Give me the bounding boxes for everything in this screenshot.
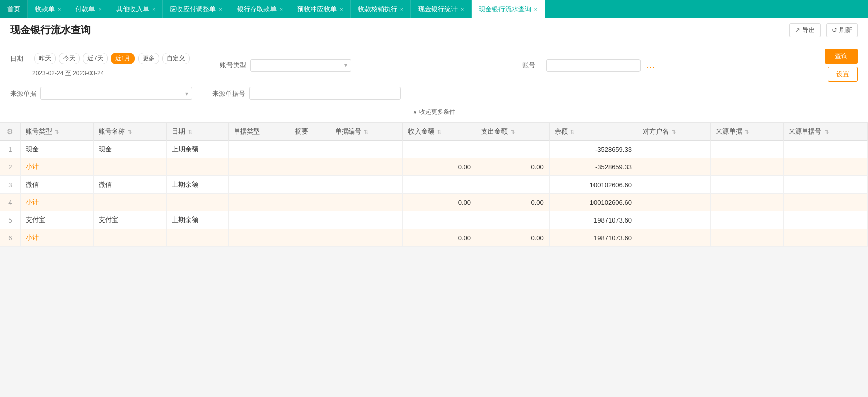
- nav-item-label: 付款单: [75, 5, 95, 14]
- cell-doc-type: [229, 141, 290, 158]
- cell-expense: 0.00: [476, 194, 550, 211]
- nav-home[interactable]: 首页: [0, 0, 28, 18]
- nav-yushouchong[interactable]: 预收冲应收单 ×: [290, 0, 350, 18]
- cell-expense: [476, 141, 550, 158]
- date-btn-more[interactable]: 更多: [138, 53, 159, 64]
- account-type-select[interactable]: [250, 59, 351, 72]
- col-expense[interactable]: 支出金额 ⇅: [476, 123, 550, 141]
- data-table: ⚙ 账号类型 ⇅ 账号名称 ⇅ 日期 ⇅ 单据类型 摘要 单据编号: [0, 123, 868, 247]
- cell-counterparty: [637, 229, 710, 247]
- nav-close-icon[interactable]: ×: [340, 6, 343, 12]
- dots-button[interactable]: ...: [645, 62, 657, 69]
- settings-button[interactable]: 设置: [828, 67, 858, 82]
- cell-no: 1: [0, 141, 20, 158]
- date-btn-yesterday[interactable]: 昨天: [34, 53, 56, 64]
- query-button[interactable]: 查询: [825, 49, 858, 64]
- sort-arrows-balance: ⇅: [570, 129, 574, 135]
- cell-no: 4: [0, 194, 20, 211]
- date-btn-custom[interactable]: 自定义: [162, 53, 190, 64]
- cell-expense: [476, 211, 550, 229]
- nav-close-icon[interactable]: ×: [400, 6, 403, 12]
- source-doc-no-label: 来源单据号: [212, 89, 245, 98]
- table-header-row: ⚙ 账号类型 ⇅ 账号名称 ⇅ 日期 ⇅ 单据类型 摘要 单据编号: [0, 123, 868, 141]
- source-doc-select[interactable]: [40, 87, 192, 100]
- nav-item-label: 收款核销执行: [358, 5, 397, 14]
- cell-balance: 19871073.60: [549, 211, 637, 229]
- cell-balance: 100102606.60: [549, 176, 637, 194]
- date-btn-1month[interactable]: 近1月: [111, 53, 135, 64]
- nav-qitashouru[interactable]: 其他收入单 ×: [109, 0, 163, 18]
- collapse-conditions[interactable]: ∧ 收起更多条件: [10, 105, 858, 116]
- nav-close-icon[interactable]: ×: [58, 6, 61, 12]
- nav-close-icon[interactable]: ×: [219, 6, 222, 12]
- sort-arrows-expense: ⇅: [511, 129, 515, 135]
- nav-close-icon[interactable]: ×: [280, 6, 283, 12]
- filter-row-1: 日期 昨天 今天 近7天 近1月 更多 自定义 2023-02-24 至 202…: [10, 49, 858, 82]
- cell-account-type: 小计: [20, 229, 94, 247]
- filter-row-2: 来源单据 来源单据号: [10, 87, 858, 100]
- date-btn-today[interactable]: 今天: [59, 53, 80, 64]
- cell-account-type: 小计: [20, 194, 94, 211]
- export-button[interactable]: ↗ 导出: [789, 23, 821, 37]
- table-body: 1现金现金上期余额-3528659.332小计0.000.00-3528659.…: [0, 141, 868, 247]
- nav-shoukuanhexiao[interactable]: 收款核销执行 ×: [351, 0, 411, 18]
- cell-source-doc: [710, 229, 784, 247]
- col-doc-no[interactable]: 单据编号 ⇅: [330, 123, 403, 141]
- nav-shoukuandan[interactable]: 收款单 ×: [28, 0, 68, 18]
- sort-arrows-income: ⇅: [437, 129, 441, 135]
- cell-account-name: [94, 194, 167, 211]
- nav-yingshouyingfu[interactable]: 应收应付调整单 ×: [163, 0, 230, 18]
- col-source-doc[interactable]: 来源单据 ⇅: [710, 123, 784, 141]
- cell-doc-no: [330, 211, 403, 229]
- cell-doc-type: [229, 211, 290, 229]
- nav-item-label: 预收冲应收单: [297, 5, 337, 14]
- refresh-button[interactable]: ↺ 刷新: [826, 23, 858, 37]
- account-input[interactable]: [546, 59, 641, 72]
- cell-income: [403, 141, 476, 158]
- nav-item-label: 应收应付调整单: [170, 5, 216, 14]
- header-actions: ↗ 导出 ↺ 刷新: [789, 23, 858, 37]
- filter-area: 日期 昨天 今天 近7天 近1月 更多 自定义 2023-02-24 至 202…: [0, 42, 868, 123]
- date-btn-7days[interactable]: 近7天: [83, 53, 108, 64]
- col-gear[interactable]: ⚙: [0, 123, 20, 141]
- cell-income: 0.00: [403, 158, 476, 176]
- table-container: ⚙ 账号类型 ⇅ 账号名称 ⇅ 日期 ⇅ 单据类型 摘要 单据编号: [0, 123, 868, 247]
- col-counterparty[interactable]: 对方户名 ⇅: [637, 123, 710, 141]
- cell-source-doc: [710, 176, 784, 194]
- cell-date: [167, 194, 229, 211]
- cell-summary: [290, 211, 330, 229]
- nav-close-icon[interactable]: ×: [461, 6, 464, 12]
- source-doc-no-input[interactable]: [249, 87, 401, 100]
- nav-yinhangcunqu[interactable]: 银行存取款单 ×: [230, 0, 290, 18]
- cell-counterparty: [637, 176, 710, 194]
- sort-arrows-account-type: ⇅: [55, 129, 59, 135]
- cell-date: 上期余额: [167, 141, 229, 158]
- nav-liushui[interactable]: 现金银行流水查询 ×: [472, 0, 545, 18]
- date-options: 昨天 今天 近7天 近1月 更多 自定义: [34, 53, 190, 64]
- nav-close-icon[interactable]: ×: [152, 6, 155, 12]
- table-row: 1现金现金上期余额-3528659.33: [0, 141, 868, 158]
- collapse-icon: ∧: [413, 109, 417, 116]
- cell-source-doc-no: [784, 176, 868, 194]
- cell-summary: [290, 176, 330, 194]
- cell-counterparty: [637, 158, 710, 176]
- export-icon: ↗: [795, 26, 800, 34]
- nav-close-icon[interactable]: ×: [98, 6, 101, 12]
- cell-account-type: 微信: [20, 176, 94, 194]
- table-row: 4小计0.000.00100102606.60: [0, 194, 868, 211]
- nav-close-icon[interactable]: ×: [534, 6, 537, 12]
- col-source-doc-no[interactable]: 来源单据号 ⇅: [784, 123, 868, 141]
- nav-fukuandan[interactable]: 付款单 ×: [68, 0, 109, 18]
- cell-doc-type: [229, 158, 290, 176]
- col-account-type[interactable]: 账号类型 ⇅: [20, 123, 94, 141]
- nav-tongji[interactable]: 现金银行统计 ×: [411, 0, 471, 18]
- cell-account-type: 现金: [20, 141, 94, 158]
- col-account-name[interactable]: 账号名称 ⇅: [94, 123, 167, 141]
- col-balance[interactable]: 余额 ⇅: [549, 123, 637, 141]
- gear-icon[interactable]: ⚙: [7, 127, 13, 136]
- cell-no: 2: [0, 158, 20, 176]
- cell-no: 5: [0, 211, 20, 229]
- col-income[interactable]: 收入金额 ⇅: [403, 123, 476, 141]
- cell-balance: 19871073.60: [549, 229, 637, 247]
- col-date[interactable]: 日期 ⇅: [167, 123, 229, 141]
